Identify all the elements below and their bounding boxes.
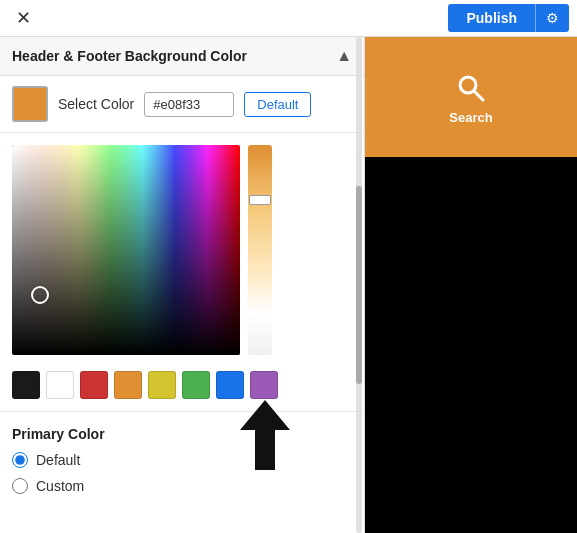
preset-orange[interactable] <box>114 371 142 399</box>
collapse-button[interactable]: ▲ <box>336 47 352 65</box>
preset-yellow[interactable] <box>148 371 176 399</box>
search-label: Search <box>449 110 492 125</box>
right-panel: Search <box>365 37 577 533</box>
publish-button[interactable]: Publish <box>448 4 535 32</box>
preset-white[interactable] <box>46 371 74 399</box>
radio-option-custom[interactable]: Custom <box>12 478 352 494</box>
hue-slider-thumb[interactable] <box>249 195 271 205</box>
hue-slider-track <box>248 145 272 355</box>
primary-color-title: Primary Color <box>12 426 352 442</box>
settings-button[interactable]: ⚙ <box>535 4 569 32</box>
color-gradient-area[interactable] <box>12 145 240 355</box>
preset-colors <box>0 367 364 411</box>
preset-green[interactable] <box>182 371 210 399</box>
svg-line-2 <box>474 91 483 100</box>
color-swatch-button[interactable] <box>12 86 48 122</box>
publish-area: Publish ⚙ <box>448 4 569 32</box>
top-bar: ✕ Publish ⚙ <box>0 0 577 37</box>
section-title: Header & Footer Background Color <box>12 48 247 64</box>
default-color-button[interactable]: Default <box>244 92 311 117</box>
scroll-thumb[interactable] <box>356 186 362 384</box>
radio-default-label: Default <box>36 452 80 468</box>
close-button[interactable]: ✕ <box>8 3 39 33</box>
main-layout: Header & Footer Background Color ▲ Selec… <box>0 37 577 533</box>
hue-slider-container[interactable] <box>248 145 272 355</box>
preset-purple[interactable] <box>250 371 278 399</box>
radio-option-default[interactable]: Default <box>12 452 352 468</box>
search-icon-container <box>453 70 489 106</box>
primary-color-section: Primary Color Default Custom <box>0 411 364 514</box>
color-selector-row: Select Color Default <box>0 76 364 133</box>
left-panel: Header & Footer Background Color ▲ Selec… <box>0 37 365 533</box>
gradient-black-layer <box>12 145 240 355</box>
search-icon <box>455 72 487 104</box>
scroll-indicator <box>356 37 362 533</box>
radio-default[interactable] <box>12 452 28 468</box>
color-picker-container <box>0 133 364 367</box>
radio-custom[interactable] <box>12 478 28 494</box>
preview-header: Search <box>365 37 577 157</box>
select-color-label: Select Color <box>58 96 134 112</box>
radio-custom-label: Custom <box>36 478 84 494</box>
preset-black[interactable] <box>12 371 40 399</box>
section-header: Header & Footer Background Color ▲ <box>0 37 364 76</box>
preset-red[interactable] <box>80 371 108 399</box>
hex-input[interactable] <box>144 92 234 117</box>
preset-blue[interactable] <box>216 371 244 399</box>
